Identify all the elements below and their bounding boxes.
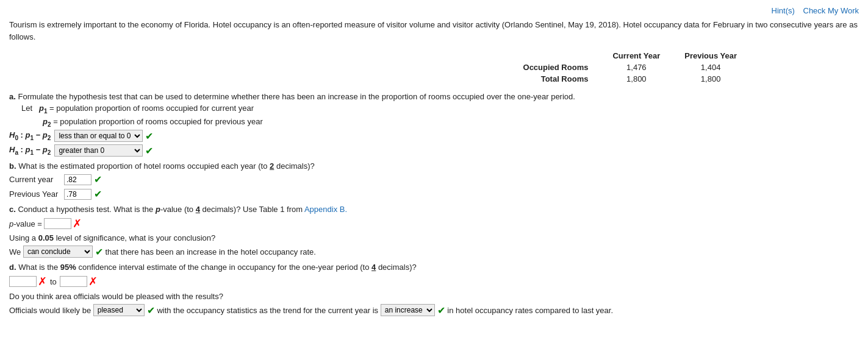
hotel-data-table: Current Year Previous Year Occupied Room… <box>511 50 749 85</box>
part-c-label: c. <box>9 205 16 214</box>
previous-year-header: Previous Year <box>672 50 749 62</box>
h0-math: H0 : p1 − p2 <box>9 130 51 141</box>
part-d-text: What is the 95% confidence interval esti… <box>18 263 417 272</box>
ha-check-icon: ✔ <box>145 145 153 157</box>
pvalue-row: p-value = ✗ <box>9 217 859 230</box>
pvalue-label: p-value = <box>9 219 44 228</box>
officials-dropdown[interactable]: pleased displeased <box>93 304 145 316</box>
part-b-text: What is the estimated proportion of hote… <box>18 161 315 171</box>
occupied-current: 1,476 <box>600 62 672 73</box>
intro-paragraph: Tourism is extremely important to the ec… <box>9 19 859 43</box>
current-year-check-icon: ✔ <box>94 174 102 185</box>
part-a-section: a. Formulate the hypothesis test that ca… <box>9 92 859 157</box>
part-a-text: Formulate the hypothesis test that can b… <box>18 92 575 101</box>
current-year-header: Current Year <box>600 50 672 62</box>
ha-dropdown[interactable]: greater than 0 less than 0 equal to 0 le… <box>54 144 143 157</box>
conclusion-text: that there has been an increase in the h… <box>103 247 316 256</box>
officials-text1: with the occupancy statistics as the tre… <box>155 306 381 315</box>
appendix-link[interactable]: Appendix B. <box>304 205 347 214</box>
total-current: 1,800 <box>600 73 672 85</box>
ci-row: ✗ to ✗ <box>9 275 859 288</box>
current-year-proportion-label: Current year <box>9 175 64 184</box>
officials-row: Officials would likely be pleased disple… <box>9 304 859 316</box>
pvalue-input[interactable] <box>44 218 71 229</box>
top-nav: Hint(s) Check My Work <box>9 6 859 15</box>
ci-upper-cross-icon: ✗ <box>88 275 98 288</box>
empty-header <box>511 50 601 62</box>
current-year-input[interactable] <box>64 174 91 185</box>
previous-year-proportion-label: Previous Year <box>9 189 64 199</box>
previous-year-input[interactable] <box>64 189 91 200</box>
current-year-proportion-row: Current year ✔ <box>9 174 859 185</box>
officials-check-icon: ✔ <box>147 305 155 316</box>
part-c-section: c. Conduct a hypothesis test. What is th… <box>9 205 859 258</box>
part-b-label: b. <box>9 161 16 171</box>
total-rooms-label: Total Rooms <box>511 73 601 85</box>
p2-def: p2 = population proportion of rooms occu… <box>43 117 263 126</box>
ci-to-label: to <box>50 277 57 286</box>
part-d-section: d. What is the 95% confidence interval e… <box>9 263 859 316</box>
trend-check-icon: ✔ <box>437 305 445 316</box>
part-d-question: d. What is the 95% confidence interval e… <box>9 263 859 272</box>
conclusion-check-icon: ✔ <box>95 246 103 258</box>
officials-prefix: Officials would likely be <box>9 306 93 315</box>
part-b-section: b. What is the estimated proportion of h… <box>9 161 859 200</box>
conclusion-dropdown[interactable]: can conclude cannot conclude <box>23 246 93 258</box>
officials-text2: in hotel occupancy rates compared to las… <box>445 306 613 315</box>
trend-dropdown[interactable]: an increase a decrease unchanged <box>381 304 435 316</box>
official-question: Do you think area officials would be ple… <box>9 292 859 301</box>
ha-line: Ha : p1 − p2 greater than 0 less than 0 … <box>9 144 859 157</box>
part-c-question: c. Conduct a hypothesis test. What is th… <box>9 205 859 214</box>
h0-check-icon: ✔ <box>145 130 153 142</box>
ha-math: Ha : p1 − p2 <box>9 145 51 156</box>
ci-upper-input[interactable] <box>60 276 87 287</box>
occupied-rooms-label: Occupied Rooms <box>511 62 601 73</box>
part-a-label: a. <box>9 92 16 101</box>
intro-text: Tourism is extremely important to the ec… <box>9 20 858 41</box>
let-label: Let p1 = population proportion of rooms … <box>21 104 254 113</box>
pvalue-cross-icon: ✗ <box>73 217 82 230</box>
part-c-text: Conduct a hypothesis test. What is the p… <box>18 205 347 214</box>
ci-lower-input[interactable] <box>9 276 37 287</box>
occupied-previous: 1,404 <box>672 62 749 73</box>
part-a-question: a. Formulate the hypothesis test that ca… <box>9 92 859 101</box>
h0-line: H0 : p1 − p2 less than or equal to 0 gre… <box>9 130 859 142</box>
check-work-link[interactable]: Check My Work <box>803 6 859 15</box>
h0-dropdown[interactable]: less than or equal to 0 greater than 0 e… <box>54 130 143 142</box>
ci-lower-cross-icon: ✗ <box>38 275 47 288</box>
significance-text: Using a 0.05 level of significance, what… <box>9 233 859 242</box>
part-d-label: d. <box>9 263 16 272</box>
we-label: We <box>9 247 23 256</box>
let-p1-line: Let p1 = population proportion of rooms … <box>21 104 859 115</box>
let-p2-line: p2 = population proportion of rooms occu… <box>43 117 859 128</box>
table-row: Total Rooms 1,800 1,800 <box>511 73 749 85</box>
previous-year-check-icon: ✔ <box>94 188 102 200</box>
part-b-question: b. What is the estimated proportion of h… <box>9 161 859 171</box>
previous-year-proportion-row: Previous Year ✔ <box>9 188 859 200</box>
data-table-container: Current Year Previous Year Occupied Room… <box>9 50 859 85</box>
table-row: Occupied Rooms 1,476 1,404 <box>511 62 749 73</box>
total-previous: 1,800 <box>672 73 749 85</box>
hints-link[interactable]: Hint(s) <box>772 6 795 15</box>
conclusion-row: We can conclude cannot conclude ✔ that t… <box>9 246 859 258</box>
